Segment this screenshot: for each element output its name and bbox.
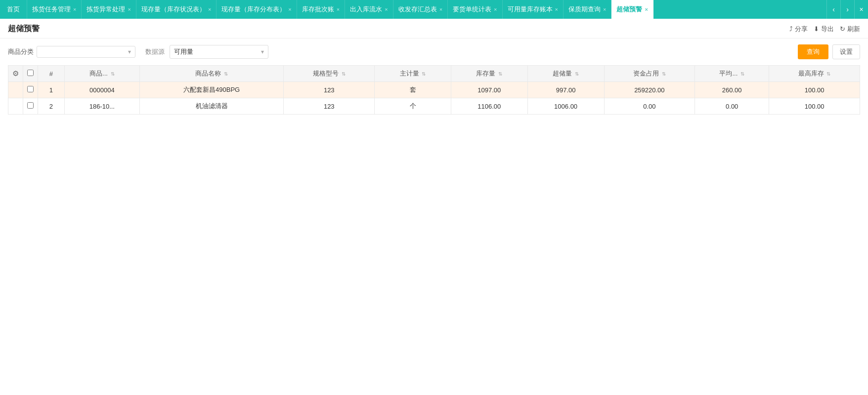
cell-spec: 123: [284, 98, 375, 115]
close-icon[interactable]: ×: [555, 6, 558, 12]
cell-checkbox: [23, 98, 38, 115]
select-all-checkbox[interactable]: [27, 70, 34, 76]
tab-yhtj[interactable]: 要货单统计表 ×: [448, 0, 502, 19]
category-label: 商品分类: [8, 47, 34, 56]
tab-crls[interactable]: 出入库流水 ×: [345, 0, 393, 19]
cell-stock: 1097.00: [451, 82, 527, 98]
sort-icon: ⇅: [422, 71, 426, 77]
close-icon[interactable]: ×: [494, 6, 497, 12]
row-checkbox[interactable]: [27, 86, 34, 92]
close-icon[interactable]: ×: [128, 6, 130, 12]
tab-xczl-ksfb[interactable]: 现存量（库存分布表） ×: [217, 0, 297, 19]
page-header: 超储预警 ⤴ 分享 ⬇ 导出 ↻ 刷新: [0, 19, 868, 39]
sort-icon: ⇅: [826, 71, 830, 77]
th-spec[interactable]: 规格型号 ⇅: [284, 66, 375, 82]
cell-stock: 1106.00: [451, 98, 527, 115]
gear-icon[interactable]: ⚙: [12, 69, 19, 78]
th-name[interactable]: 商品名称 ⇅: [139, 66, 284, 82]
cell-over: 997.00: [527, 82, 604, 98]
cell-avg: 260.00: [695, 82, 769, 98]
cell-over: 1006.00: [527, 98, 604, 115]
th-avg[interactable]: 平均... ⇅: [695, 66, 769, 82]
cell-num: 1: [38, 82, 65, 98]
category-select[interactable]: ▾: [37, 46, 135, 58]
nav-next-button[interactable]: ›: [840, 0, 854, 19]
data-table: ⚙ # 商品... ⇅ 商品名称 ⇅ 规格型号 ⇅: [8, 65, 860, 115]
close-icon[interactable]: ×: [337, 6, 340, 12]
tab-bzqcx[interactable]: 保质期查询 ×: [564, 0, 611, 19]
sort-icon: ⇅: [111, 71, 115, 77]
refresh-button[interactable]: ↻ 刷新: [840, 25, 860, 34]
th-unit[interactable]: 主计量 ⇅: [375, 66, 451, 82]
close-icon[interactable]: ×: [645, 6, 648, 12]
table-body: 1 0000004 六配套新昌490BPG 123 套 1097.00 997.…: [8, 82, 860, 115]
table-row: 1 0000004 六配套新昌490BPG 123 套 1097.00 997.…: [8, 82, 860, 98]
page-title: 超储预警: [8, 24, 40, 34]
nav-home[interactable]: 首页: [0, 0, 27, 19]
nav-close-button[interactable]: ×: [854, 0, 868, 19]
th-num: #: [38, 66, 65, 82]
datasource-select-value: 可用量: [174, 47, 193, 56]
cell-name: 六配套新昌490BPG: [139, 82, 284, 98]
cell-checkbox: [23, 82, 38, 98]
th-code[interactable]: 商品... ⇅: [64, 66, 139, 82]
query-button[interactable]: 查询: [798, 44, 828, 59]
cell-maxstock: 100.00: [769, 82, 860, 98]
datasource-select[interactable]: 可用量 ▾: [170, 45, 268, 59]
header-actions: ⤴ 分享 ⬇ 导出 ↻ 刷新: [789, 25, 860, 34]
cell-unit: 个: [375, 98, 451, 115]
close-icon[interactable]: ×: [288, 6, 291, 12]
export-button[interactable]: ⬇ 导出: [814, 25, 834, 34]
th-settings[interactable]: ⚙: [8, 66, 23, 82]
cell-avg: 0.00: [695, 98, 769, 115]
cell-spec: 123: [284, 82, 375, 98]
th-capital[interactable]: 资金占用 ⇅: [604, 66, 695, 82]
filter-row: 商品分类 ▾ 数据源 可用量 ▾ 查询 设置: [0, 39, 868, 65]
datasource-filter: 数据源 可用量 ▾: [145, 45, 268, 59]
sort-icon: ⇅: [575, 71, 579, 77]
tab-kylkzb[interactable]: 可用量库存账本 ×: [503, 0, 564, 19]
th-stock[interactable]: 库存量 ⇅: [451, 66, 527, 82]
refresh-icon: ↻: [840, 25, 845, 33]
tab-jh-exc[interactable]: 拣货异常处理 ×: [82, 0, 136, 19]
nav-prev-button[interactable]: ‹: [826, 0, 840, 19]
nav-arrows: ‹ › ×: [826, 0, 868, 19]
row-checkbox[interactable]: [27, 102, 34, 109]
tab-sfhz[interactable]: 收发存汇总表 ×: [393, 0, 448, 19]
tab-kc-pzz[interactable]: 库存批次账 ×: [297, 0, 345, 19]
chevron-down-icon: ▾: [261, 48, 264, 55]
share-button[interactable]: ⤴ 分享: [789, 25, 808, 34]
cell-capital: 0.00: [604, 98, 695, 115]
close-icon[interactable]: ×: [208, 6, 211, 12]
cell-num: 2: [38, 98, 65, 115]
close-icon[interactable]: ×: [73, 6, 76, 12]
cell-settings: [8, 82, 23, 98]
table-container: ⚙ # 商品... ⇅ 商品名称 ⇅ 规格型号 ⇅: [0, 65, 868, 115]
cell-capital: 259220.00: [604, 82, 695, 98]
sort-icon: ⇅: [224, 71, 228, 77]
sort-icon: ⇅: [498, 71, 502, 77]
tab-xczl-kszk[interactable]: 现存量（库存状况表） ×: [136, 0, 217, 19]
th-maxstock[interactable]: 最高库存 ⇅: [769, 66, 860, 82]
cell-maxstock: 100.00: [769, 98, 860, 115]
sort-icon: ⇅: [342, 71, 346, 77]
filter-actions: 查询 设置: [798, 44, 860, 59]
th-over[interactable]: 超储量 ⇅: [527, 66, 604, 82]
cell-code: 186-10...: [64, 98, 139, 115]
tab-ccyj[interactable]: 超储预警 ×: [611, 0, 653, 19]
category-filter: 商品分类 ▾: [8, 46, 135, 58]
cell-unit: 套: [375, 82, 451, 98]
cell-settings: [8, 98, 23, 115]
top-navigation: 首页 拣货任务管理 × 拣货异常处理 × 现存量（库存状况表） × 现存量（库存…: [0, 0, 868, 19]
close-icon[interactable]: ×: [439, 6, 442, 12]
cell-code: 0000004: [64, 82, 139, 98]
table-row: 2 186-10... 机油滤清器 123 个 1106.00 1006.00 …: [8, 98, 860, 115]
export-icon: ⬇: [814, 25, 819, 33]
close-icon[interactable]: ×: [385, 6, 388, 12]
datasource-label: 数据源: [145, 47, 165, 56]
cell-name: 机油滤清器: [139, 98, 284, 115]
settings-button[interactable]: 设置: [832, 44, 860, 59]
sort-icon: ⇅: [740, 71, 744, 77]
close-icon[interactable]: ×: [603, 6, 606, 12]
tab-jh[interactable]: 拣货任务管理 ×: [27, 0, 82, 19]
